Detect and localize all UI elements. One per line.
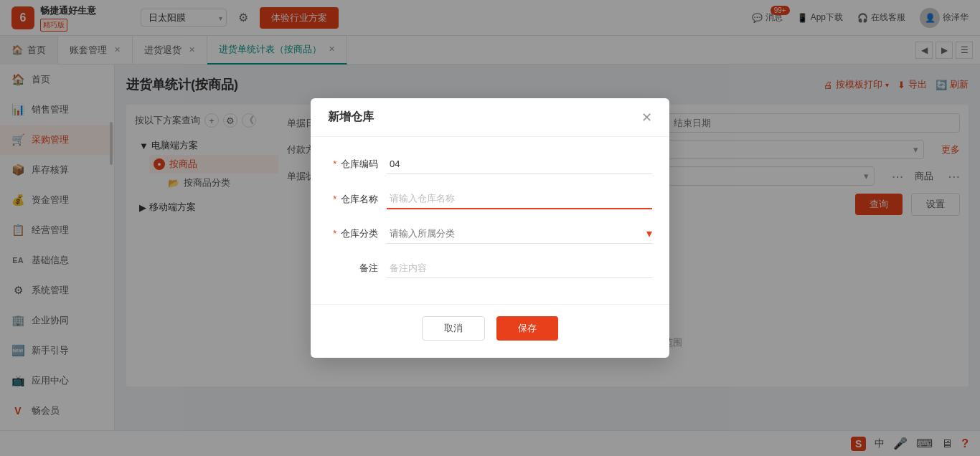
required-star-category: *: [333, 228, 336, 239]
modal-overlay: 新增仓库 ✕ * 仓库编码 * 仓库名称: [0, 0, 980, 456]
new-warehouse-dialog: 新增仓库 ✕ * 仓库编码 * 仓库名称: [311, 98, 669, 358]
dialog-close-btn[interactable]: ✕: [641, 111, 652, 124]
dialog-label-category: * 仓库分类: [328, 227, 378, 240]
dialog-title: 新增仓库: [328, 110, 374, 125]
dialog-label-name: * 仓库名称: [328, 193, 378, 206]
dialog-footer: 取消 保存: [311, 304, 669, 358]
category-input[interactable]: [387, 224, 646, 243]
dialog-body: * 仓库编码 * 仓库名称 * 仓库分类: [311, 137, 669, 304]
category-dropdown-icon[interactable]: ▾: [646, 227, 652, 240]
warehouse-code-input[interactable]: [387, 154, 652, 174]
dialog-field-name: * 仓库名称: [328, 189, 652, 209]
required-star-code: *: [333, 158, 336, 169]
warehouse-name-input[interactable]: [387, 189, 652, 209]
dialog-header: 新增仓库 ✕: [311, 98, 669, 137]
required-star-name: *: [333, 194, 336, 204]
dialog-field-remark: 备注: [328, 258, 652, 278]
dialog-field-code: * 仓库编码: [328, 154, 652, 174]
save-btn[interactable]: 保存: [496, 316, 558, 341]
cancel-btn[interactable]: 取消: [422, 316, 485, 341]
category-select-wrap: ▾: [387, 224, 652, 244]
remark-input[interactable]: [387, 258, 652, 278]
dialog-label-code: * 仓库编码: [328, 158, 378, 171]
dialog-label-remark: 备注: [328, 262, 378, 275]
dialog-field-category: * 仓库分类 ▾: [328, 224, 652, 244]
